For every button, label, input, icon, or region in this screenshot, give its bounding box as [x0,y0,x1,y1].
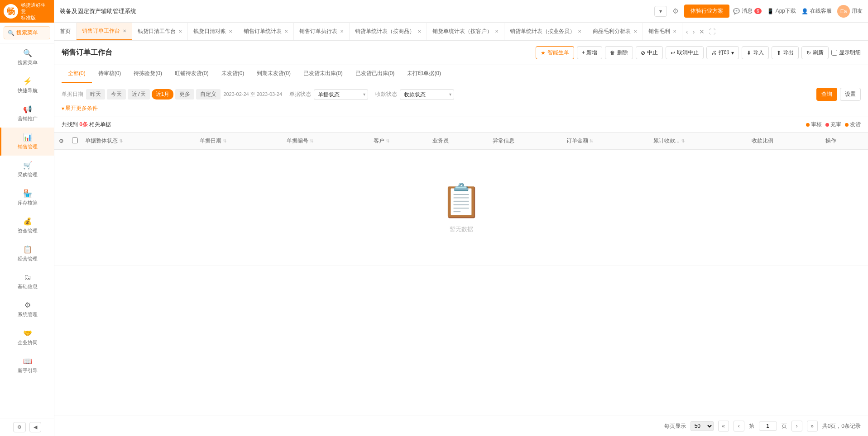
sub-tab-not-printed[interactable]: 未打印单据(0) [401,65,447,83]
page-input[interactable] [759,422,777,431]
date-option-自定义[interactable]: 自定义 [196,89,221,100]
tab-sales-exec[interactable]: 销售订单执行表✕ [294,23,350,40]
content-area: 销售订单工作台 ★ 智能生单 + 新增 🗑 删除 ⊘ 中止 ↩ 取消中止 [54,41,868,436]
tab-cash-daily[interactable]: 钱货日清工作台✕ [132,23,188,40]
tab-close-gross-profit[interactable]: ✕ [633,29,637,34]
search-menu-button[interactable]: 🔍 搜索菜单 [4,26,50,39]
export-button[interactable]: ⬆ 导出 [772,46,799,59]
tab-sales-sum-product[interactable]: 销货单统计表（按商品）✕ [350,23,427,40]
query-button[interactable]: 查询 [816,88,837,101]
page-first-button[interactable]: « [718,421,729,431]
sort-icon-date[interactable]: ⇅ [223,138,226,143]
tab-label-sales-gross: 销售毛利 [648,28,670,35]
show-detail-checkbox[interactable]: 显示明细 [831,49,861,57]
page-size-select[interactable]: 50 20 100 [691,421,714,431]
filter-settings-button[interactable]: 设置 [840,88,861,101]
tab-close-cash-reconcile[interactable]: ✕ [229,29,232,34]
tab-close-cash-daily[interactable]: ✕ [178,29,182,34]
sub-tab-shipped-out[interactable]: 已发货已出库(0) [349,65,401,83]
th-settings[interactable]: ⚙ [54,133,68,150]
sort-icon-collected[interactable]: ⇅ [681,138,685,143]
tab-close-sales-sum-staff[interactable]: ✕ [578,29,581,34]
tab-sales-order[interactable]: 销售订单工作台✕ [77,23,132,40]
review-action[interactable]: 审核 [806,121,822,128]
tab-close-all[interactable]: ✕ [697,27,706,36]
tab-sales-stat[interactable]: 销售订单统计表✕ [238,23,294,40]
page-last-button[interactable]: » [807,421,818,431]
tab-close-sales-order[interactable]: ✕ [123,28,126,33]
show-detail-input[interactable] [831,50,837,56]
import-button[interactable]: ⬇ 导入 [742,46,769,59]
cancel-suspend-button[interactable]: ↩ 取消中止 [666,46,704,59]
expand-filter-button[interactable]: ▾ 展开更多条件 [62,104,861,112]
collapse-button[interactable]: ◀ [29,422,41,432]
sidebar-item-enterprise[interactable]: 🤝企业协同 [0,323,54,351]
tab-gross-profit[interactable]: 商品毛利分析表✕ [587,23,643,40]
page-next-button[interactable]: › [791,421,802,431]
sidebar-item-marketing[interactable]: 📢营销推广 [0,100,54,128]
sub-tab-pending-review[interactable]: 待审核(0) [92,65,128,83]
message-button[interactable]: 💬 消息 6 [733,7,762,15]
print-button[interactable]: 🖨 打印 ▾ [706,46,739,59]
suspend-button[interactable]: ⊘ 中止 [636,46,663,59]
tab-close-sales-sum-customer[interactable]: ✕ [495,29,499,34]
add-button[interactable]: + 新增 [577,46,602,59]
sidebar-item-quick[interactable]: ⚡快捷导航 [0,71,54,100]
select-all-checkbox[interactable] [72,137,78,143]
sort-icon-number[interactable]: ⇅ [310,138,313,143]
app-download-button[interactable]: 📱 App下载 [767,7,796,15]
tab-fullscreen[interactable]: ⛶ [707,27,717,36]
sub-tab-shipped-not-out[interactable]: 已发货未出库(0) [297,65,349,83]
sidebar-item-sales[interactable]: 📊销售管理 [0,128,54,156]
sidebar-item-inventory[interactable]: 🏪库存核算 [0,184,54,212]
sidebar-item-finance[interactable]: 💰资金管理 [0,212,54,240]
tab-scroll-right[interactable]: › [691,27,697,36]
th-checkbox[interactable] [68,133,82,150]
ship-action[interactable]: 发货 [845,121,861,128]
industry-solution-button[interactable]: 体验行业方案 [684,5,729,18]
tab-sales-sum-staff[interactable]: 销货单统计表（按业务员）✕ [504,23,587,40]
date-option-昨天[interactable]: 昨天 [86,89,105,100]
phone-icon: 📱 [767,8,774,14]
sort-icon-amount[interactable]: ⇅ [590,138,593,143]
sidebar-item-guide[interactable]: 📖新手引导 [0,351,54,379]
sub-tab-not-shipped[interactable]: 未发货(0) [215,65,251,83]
date-option-近7天[interactable]: 近7天 [128,89,150,100]
online-service-button[interactable]: 👤 在线客服 [801,7,832,15]
sub-tab-pending-inspect[interactable]: 待拣验货(0) [127,65,168,83]
sub-tab-all[interactable]: 全部(0) [62,65,92,83]
tab-close-sales-stat[interactable]: ✕ [284,29,288,34]
status-select[interactable]: 单据状态 [314,89,368,100]
sidebar-item-business[interactable]: 📋经营管理 [0,240,54,268]
smart-create-button[interactable]: ★ 智能生单 [536,46,574,59]
tab-cash-reconcile[interactable]: 钱货日清对账✕ [188,23,238,40]
tab-home[interactable]: 首页 [54,23,77,40]
cancel-review-action[interactable]: 充审 [825,121,841,128]
settings-bottom-button[interactable]: ⚙ [13,422,26,432]
user-menu-button[interactable]: Ea 用友 [837,5,863,18]
system-dropdown-button[interactable]: ▾ [654,6,667,17]
sidebar-item-system[interactable]: ⚙系统管理 [0,295,54,323]
sort-icon-status[interactable]: ⇅ [119,138,123,143]
delete-button[interactable]: 🗑 删除 [605,46,633,59]
tab-close-sales-exec[interactable]: ✕ [340,29,344,34]
date-option-今天[interactable]: 今天 [107,89,126,100]
sub-tab-wangpu-pending[interactable]: 旺铺待发货(0) [168,65,215,83]
payment-select[interactable]: 收款状态 [400,89,454,100]
tab-close-sales-sum-product[interactable]: ✕ [417,29,421,34]
date-option-更多[interactable]: 更多 [175,89,194,100]
sidebar-item-search[interactable]: 🔍搜索菜单 [0,43,54,71]
date-option-近1月[interactable]: 近1月 [152,89,174,100]
tab-scroll-left[interactable]: ‹ [684,27,690,36]
refresh-button[interactable]: ↻ 刷新 [801,46,829,59]
sort-icon-customer[interactable]: ⇅ [386,138,389,143]
sidebar-item-base[interactable]: 🗂基础信息 [0,268,54,295]
tab-sales-gross[interactable]: 销售毛利✕ [643,23,682,40]
sub-tab-expired-not-shipped[interactable]: 到期未发货(0) [250,65,297,83]
tab-close-sales-gross[interactable]: ✕ [673,29,676,34]
page-prev-button[interactable]: ‹ [734,421,744,431]
tab-sales-sum-customer[interactable]: 销货单统计表（按客户）✕ [427,23,504,40]
topbar-settings-button[interactable]: ⚙ [671,5,681,17]
message-badge: 6 [754,8,762,14]
sidebar-item-purchase[interactable]: 🛒采购管理 [0,156,54,184]
